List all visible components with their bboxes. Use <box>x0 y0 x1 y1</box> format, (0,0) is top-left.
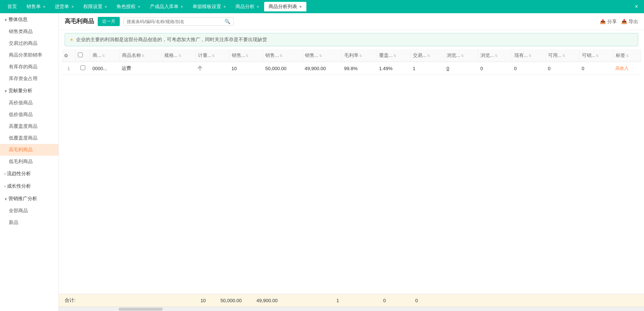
close-tab-icon[interactable]: × <box>71 4 73 9</box>
nav-tab-销售单[interactable]: 销售单× <box>22 2 50 11</box>
settings-icon[interactable]: ⚙ <box>64 53 68 58</box>
col-header-code[interactable]: 商...⇅ <box>90 49 120 62</box>
content-area: 高毛利商品 近一月 🔍 📤 分享 📥 导出 ☀ 企业的主要的利润都是这部分商品创… <box>59 13 644 311</box>
col-header-coverage[interactable]: 覆盖...⇅ <box>377 49 411 62</box>
scroll-thumb[interactable] <box>119 308 163 311</box>
col-header-saleQty[interactable]: 销售...⇅ <box>229 49 263 62</box>
cell-stockAvail: 0 <box>546 62 579 75</box>
footer-sale-amt: 50,000.00 <box>220 298 242 303</box>
select-all-checkbox[interactable] <box>78 53 83 57</box>
sort-icon[interactable]: ⇅ <box>562 54 565 58</box>
close-tab-icon[interactable]: × <box>181 4 183 9</box>
col-header-tag[interactable]: 标签⇅ <box>613 49 641 62</box>
close-all-tabs[interactable]: × <box>632 3 641 10</box>
sort-icon[interactable]: ⇅ <box>102 54 105 58</box>
nav-tab-权限设置[interactable]: 权限设置× <box>79 2 111 11</box>
close-tab-icon[interactable]: × <box>223 4 226 9</box>
filter-recent-month[interactable]: 近一月 <box>98 17 120 26</box>
sort-icon[interactable]: ⇅ <box>427 54 430 58</box>
table-row: 10000...运费个1050,000.0049,900.0099.8%1.49… <box>62 62 641 75</box>
sidebar-item-销售类商品[interactable]: 销售类商品 <box>0 26 58 37</box>
sidebar-group-整体信息[interactable]: ∨整体信息 <box>0 13 58 26</box>
sidebar-group-营销推广分析[interactable]: ∨营销推广分析 <box>0 192 58 205</box>
table-container[interactable]: ⚙商...⇅商品名称⇅规格...⇅计量...⇅销售...⇅销售...⇅销售...… <box>59 49 644 294</box>
sort-icon[interactable]: ⇅ <box>626 54 629 58</box>
sort-icon[interactable]: ⇅ <box>359 54 362 58</box>
footer-sale-profit: 49,900.00 <box>256 298 278 303</box>
close-tab-icon[interactable]: × <box>138 4 140 9</box>
sort-icon[interactable]: ⇅ <box>280 54 283 58</box>
content-header: 高毛利商品 近一月 🔍 📤 分享 📥 导出 <box>59 13 644 30</box>
top-navigation: 首页销售单×进货单×权限设置×角色授权×产成品入库单×单据模板设置×商品分析×商… <box>0 0 644 13</box>
footer-label: 合计: <box>65 297 76 304</box>
col-header-browse2[interactable]: 浏览...⇅ <box>478 49 512 62</box>
close-tab-icon[interactable]: × <box>105 4 107 9</box>
sort-icon[interactable]: ⇅ <box>596 54 599 58</box>
sort-icon[interactable]: ⇅ <box>246 54 249 58</box>
col-header-spec[interactable]: 规格...⇅ <box>162 49 195 62</box>
sidebar-item-高毛利商品[interactable]: 高毛利商品 <box>0 144 58 156</box>
cell-browse1[interactable]: 0 <box>445 62 478 75</box>
sidebar-item-高价值商品[interactable]: 高价值商品 <box>0 97 58 109</box>
nav-tab-进货单[interactable]: 进货单× <box>50 2 78 11</box>
cell-grossRate: 99.8% <box>342 62 377 75</box>
info-banner: ☀ 企业的主要的利润都是这部分商品创造的，可考虑加大推广，同时关注库存是不要出现… <box>65 33 638 46</box>
table-footer: 合计: 10 50,000.00 49,900.00 1 0 0 <box>59 294 644 307</box>
sidebar-item-低毛利商品[interactable]: 低毛利商品 <box>0 156 58 167</box>
sidebar-group-贡献量分析[interactable]: ∨贡献量分析 <box>0 84 58 97</box>
nav-tab-角色授权[interactable]: 角色授权× <box>112 2 144 11</box>
page-title: 高毛利商品 <box>65 18 94 25</box>
footer-trade-count: 1 <box>337 298 339 303</box>
sort-icon[interactable]: ⇅ <box>495 54 498 58</box>
nav-tab-产成品入库单[interactable]: 产成品入库单× <box>145 2 187 11</box>
share-button[interactable]: 📤 分享 <box>600 18 617 25</box>
col-header-saleAmt[interactable]: 销售...⇅ <box>263 49 302 62</box>
sort-icon[interactable]: ⇅ <box>461 54 464 58</box>
col-header-stockAvail[interactable]: 可用...⇅ <box>546 49 579 62</box>
close-tab-icon[interactable]: × <box>43 4 45 9</box>
col-header-browse1[interactable]: 浏览...⇅ <box>445 49 478 62</box>
footer-sale-qty: 10 <box>201 298 206 303</box>
sort-icon[interactable]: ⇅ <box>529 54 532 58</box>
nav-tab-商品分析[interactable]: 商品分析× <box>231 2 263 11</box>
data-table: ⚙商...⇅商品名称⇅规格...⇅计量...⇅销售...⇅销售...⇅销售...… <box>62 49 641 75</box>
sort-icon[interactable]: ⇅ <box>142 54 145 58</box>
col-header-tradeCount[interactable]: 交易...⇅ <box>411 49 445 62</box>
browse-link[interactable]: 0 <box>447 66 449 71</box>
close-tab-icon[interactable]: × <box>257 4 259 9</box>
nav-tab-商品分析列表[interactable]: 商品分析列表× <box>264 2 306 11</box>
main-layout: ∨整体信息销售类商品交易过的商品商品分类助销率有库存的商品库存资金占用∨贡献量分… <box>0 13 644 311</box>
col-header-grossRate[interactable]: 毛利率⇅ <box>342 49 377 62</box>
export-button[interactable]: 📥 导出 <box>621 18 638 25</box>
sort-icon[interactable]: ⇅ <box>179 54 181 58</box>
nav-tab-首页[interactable]: 首页 <box>3 2 21 11</box>
sidebar-group-流趋性分析[interactable]: ›流趋性分析 <box>0 167 58 180</box>
search-icon[interactable]: 🔍 <box>224 19 230 24</box>
sidebar-item-高覆盖度商品[interactable]: 高覆盖度商品 <box>0 120 58 132</box>
col-header-stockSale[interactable]: 可销...⇅ <box>579 49 613 62</box>
sort-icon[interactable]: ⇅ <box>393 54 396 58</box>
sidebar-item-低覆盖度商品[interactable]: 低覆盖度商品 <box>0 132 58 144</box>
sort-icon[interactable]: ⇅ <box>319 54 322 58</box>
sidebar-item-有库存的商品[interactable]: 有库存的商品 <box>0 61 58 73</box>
nav-tab-单据模板设置[interactable]: 单据模板设置× <box>188 2 230 11</box>
sort-icon[interactable]: ⇅ <box>212 54 215 58</box>
cell-checkbox[interactable] <box>76 62 90 75</box>
col-header-stockCurrent[interactable]: 现有...⇅ <box>512 49 546 62</box>
close-tab-icon[interactable]: × <box>299 4 302 9</box>
row-checkbox[interactable] <box>80 65 85 70</box>
sidebar-item-新品[interactable]: 新品 <box>0 217 58 228</box>
sidebar-item-商品分类助销率[interactable]: 商品分类助销率 <box>0 49 58 61</box>
sidebar-item-全部商品[interactable]: 全部商品 <box>0 205 58 217</box>
footer-stock-current: 0 <box>383 298 386 303</box>
col-header-unit[interactable]: 计量...⇅ <box>195 49 229 62</box>
sidebar-item-低价值商品[interactable]: 低价值商品 <box>0 109 58 120</box>
col-header-saleProfit[interactable]: 销售...⇅ <box>302 49 342 62</box>
sidebar-group-成长性分析[interactable]: ›成长性分析 <box>0 180 58 192</box>
cell-tradeCount: 1 <box>411 62 445 75</box>
sidebar-item-交易过的商品[interactable]: 交易过的商品 <box>0 37 58 49</box>
horizontal-scrollbar[interactable] <box>59 307 644 311</box>
sidebar-item-库存资金占用[interactable]: 库存资金占用 <box>0 73 58 84</box>
col-header-name[interactable]: 商品名称⇅ <box>119 49 162 62</box>
search-input[interactable] <box>127 19 223 24</box>
